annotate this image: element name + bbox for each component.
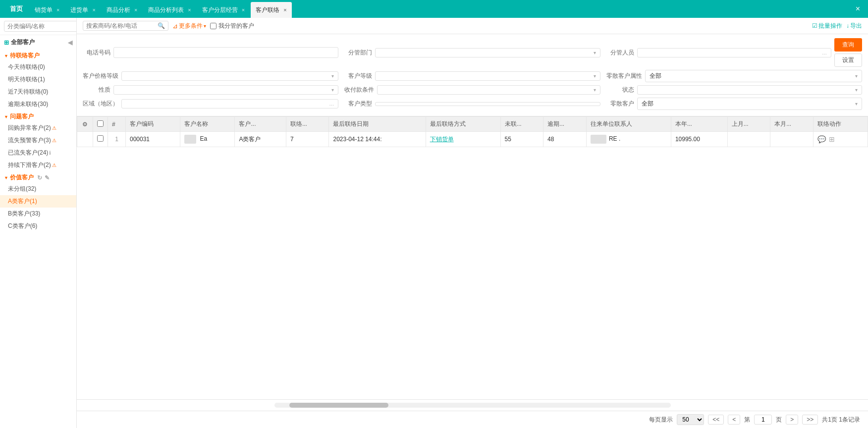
nav-home[interactable]: 首页	[4, 0, 29, 18]
page-number-input[interactable]	[754, 415, 772, 425]
filter-more-btn[interactable]: ⊿ 更多条件 ▾	[172, 22, 206, 30]
sidebar-item-b-class[interactable]: B类客户(33)	[0, 208, 76, 220]
sidebar-item-churned[interactable]: 已流失客户(24) ℹ	[0, 147, 76, 159]
per-page-select[interactable]: 50 100 200	[677, 414, 704, 425]
last-contact-link[interactable]: 下销货单	[430, 136, 454, 143]
sidebar-item-repurchase-anomaly[interactable]: 回购异常客户(2) ⚠	[0, 122, 76, 134]
close-tab-analysis-list-icon[interactable]: ×	[188, 2, 191, 18]
filter-person-select[interactable]: …	[637, 48, 831, 57]
sidebar-all-customers[interactable]: ⊞ 全部客户 ◀	[0, 35, 76, 50]
prev-page-button[interactable]: <	[728, 415, 740, 425]
edit-group-icon[interactable]: ✎	[45, 174, 50, 181]
nav-tab-customer-tier[interactable]: 客户分层经营 ×	[197, 2, 250, 18]
sidebar-item-churn-warning[interactable]: 流失预警客户(3) ⚠	[0, 134, 76, 147]
next-page-button[interactable]: >	[786, 415, 798, 425]
th-overdue[interactable]: 逾期...	[543, 117, 587, 132]
td-name: Ea	[180, 132, 235, 147]
filter-phone-input[interactable]	[113, 47, 338, 58]
filter-search-icon[interactable]: 🔍	[158, 22, 165, 29]
close-tab-purchase-icon[interactable]: ×	[92, 2, 95, 18]
sidebar-group-pending[interactable]: ▼ 待联络客户	[0, 50, 76, 61]
th-code[interactable]: 客户编码	[126, 117, 180, 132]
close-tab-analysis-icon[interactable]: ×	[134, 2, 137, 18]
filter-region-select[interactable]: …	[121, 99, 338, 108]
sidebar-item-overdue[interactable]: 逾期未联络(30)	[0, 98, 76, 110]
scrollbar-track[interactable]	[274, 403, 671, 408]
nav-tab-customer-contact[interactable]: 客户联络 ×	[251, 2, 291, 18]
close-tab-sales-icon[interactable]: ×	[56, 2, 59, 18]
row-actions: 💬 ⊞	[817, 135, 864, 143]
more-action-icon[interactable]: ⊞	[829, 135, 835, 143]
filter-dept-select[interactable]: ▾	[375, 48, 600, 57]
horizontal-scrollbar[interactable]	[77, 399, 868, 411]
settings-button[interactable]: 设置	[834, 54, 862, 67]
td-this-month	[770, 132, 814, 147]
first-page-button[interactable]: <<	[708, 415, 724, 425]
td-last-type[interactable]: 下销货单	[426, 132, 500, 147]
sidebar-item-unclassified[interactable]: 未分组(32)	[0, 183, 76, 195]
filter-retail-customer-select[interactable]: 全部 ▾	[637, 98, 862, 110]
sidebar-item-declining[interactable]: 持续下滑客户(2) ⚠	[0, 159, 76, 171]
filter-payment-select[interactable]: ▾	[377, 85, 600, 95]
sidebar-item-c-class[interactable]: C类客户(6)	[0, 220, 76, 232]
sidebar-search-input[interactable]	[4, 21, 77, 32]
td-checkbox[interactable]	[93, 132, 108, 147]
nav-tab-purchase[interactable]: 进货单 ×	[65, 2, 100, 18]
th-year-amount[interactable]: 本年...	[671, 117, 727, 132]
last-page-button[interactable]: >>	[802, 415, 818, 425]
export-btn[interactable]: ↓ 导出	[846, 22, 862, 30]
scrollbar-thumb[interactable]	[289, 403, 388, 408]
th-checkbox[interactable]	[93, 117, 108, 132]
sidebar-group-value[interactable]: ▼ 价值客户 ↻ ✎	[0, 171, 76, 183]
sidebar-item-tomorrow[interactable]: 明天待联络(1)	[0, 73, 76, 86]
batch-action-btn[interactable]: ☑ 批量操作	[812, 22, 842, 30]
filter-price-grade-select[interactable]: ▾	[121, 71, 338, 81]
row-checkbox[interactable]	[97, 135, 104, 142]
filter-panel: 电话号码 分管部门 ▾ 分管人员 …	[77, 34, 868, 116]
nav-tab-analysis[interactable]: 商品分析 ×	[102, 2, 142, 18]
filter-icon: ⊿	[172, 22, 178, 30]
sidebar-item-a-class[interactable]: A类客户(1)	[0, 195, 76, 208]
filter-customer-grade-select[interactable]: ▾	[375, 71, 600, 81]
td-num: 1	[108, 132, 126, 147]
th-last-date[interactable]: 最后联络日期	[329, 117, 426, 132]
my-customers-checkbox[interactable]: 我分管的客户	[210, 22, 254, 30]
filter-nature-select[interactable]: ▾	[113, 85, 338, 95]
filter-payment: 收付款条件 ▾	[344, 85, 600, 95]
th-name[interactable]: 客户名称	[180, 117, 235, 132]
close-tab-customer-contact-icon[interactable]: ×	[283, 2, 286, 18]
filter-status-select[interactable]: ▾	[637, 85, 862, 95]
select-all-checkbox[interactable]	[97, 120, 104, 127]
name-avatar	[184, 135, 196, 144]
refresh-icon[interactable]: ↻	[37, 174, 42, 181]
th-action[interactable]: 联络动作	[813, 117, 868, 132]
th-company-contact[interactable]: 往来单位联系人	[586, 117, 671, 132]
status-arrow-icon: ▾	[855, 87, 858, 93]
filter-btn-group: 查询 设置	[834, 38, 862, 67]
warn-icon-1: ⚠	[52, 125, 56, 131]
query-button[interactable]: 查询	[834, 38, 862, 52]
th-grade[interactable]: 客户...	[235, 117, 286, 132]
nav-tab-sales[interactable]: 销货单 ×	[30, 2, 64, 18]
filter-search-input[interactable]	[86, 22, 156, 29]
th-last-type[interactable]: 最后联络方式	[426, 117, 500, 132]
triangle-icon-3: ▼	[4, 175, 8, 180]
sidebar-item-today[interactable]: 今天待联络(0)	[0, 61, 76, 73]
my-customers-check[interactable]	[210, 23, 217, 29]
th-settings[interactable]: ⚙	[77, 117, 93, 132]
batch-icon: ☑	[812, 22, 817, 29]
th-last-month[interactable]: 上月...	[727, 117, 770, 132]
th-no-contact[interactable]: 未联...	[500, 117, 543, 132]
filter-retail-attr-select[interactable]: 全部 ▾	[645, 70, 862, 82]
th-contact-count[interactable]: 联络...	[286, 117, 329, 132]
sidebar-collapse-icon[interactable]: ◀	[68, 39, 72, 46]
contact-action-icon[interactable]: 💬	[817, 135, 826, 143]
dept-arrow-icon: ▾	[594, 50, 596, 55]
sidebar-item-7days[interactable]: 近7天待联络(0)	[0, 86, 76, 98]
window-close-button[interactable]: ×	[852, 4, 864, 13]
close-tab-customer-tier-icon[interactable]: ×	[242, 2, 245, 18]
th-this-month[interactable]: 本月...	[770, 117, 814, 132]
filter-customer-type-select[interactable]	[375, 102, 600, 106]
sidebar-group-problem[interactable]: ▼ 问题客户	[0, 110, 76, 122]
nav-tab-analysis-list[interactable]: 商品分析列表 ×	[143, 2, 196, 18]
